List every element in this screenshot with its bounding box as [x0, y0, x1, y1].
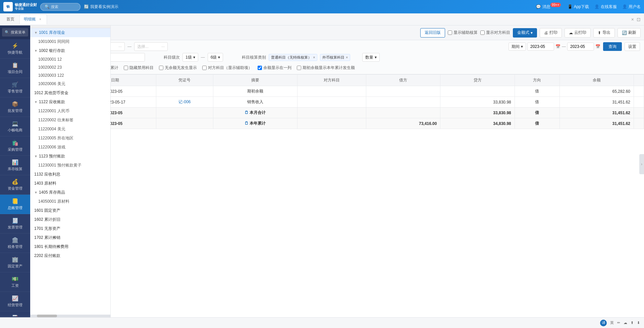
account-tree-item-1001[interactable]: ▼ 1001 库存现金 — [30, 28, 110, 37]
filter-setting-btn[interactable]: 设置 — [625, 42, 640, 51]
edit-icon[interactable]: ✏ — [617, 321, 620, 325]
upload-icon[interactable]: ⬆ — [631, 321, 634, 325]
period-from-input[interactable] — [527, 43, 554, 51]
print-btn[interactable]: 🖨 打印 — [540, 28, 562, 38]
account-tree-item-1801[interactable]: 1801 长期待摊费用 — [30, 242, 110, 251]
ledger-table: ⚙ 日期 凭证号 摘要 对方科目 借方 贷方 方向 余额 — [60, 74, 644, 129]
sidebar-item-retail[interactable]: 🛒 零售管理 — [0, 78, 30, 97]
opening-checkbox[interactable]: 期初余额显示本年累计发生额 — [297, 65, 355, 71]
filter-row-subject: 科目 选择... ··· — 选择... ··· — [64, 42, 640, 51]
period-to-input[interactable] — [567, 43, 594, 51]
sidebar-item-payroll[interactable]: 💵 工资 — [0, 272, 30, 292]
right-edge-toggle[interactable]: › — [639, 154, 644, 174]
quantity-select[interactable]: 数量 ▾ — [362, 53, 380, 62]
user-icon: 👤 — [622, 4, 627, 9]
sidebar-item-assets[interactable]: 🏢 固定资产 — [0, 253, 30, 272]
tab-close-btn[interactable]: × — [38, 17, 43, 22]
tab-detail[interactable]: 明细账 × — [19, 14, 47, 24]
sidebar-item-finance[interactable]: 💰 资金管理 — [0, 175, 30, 195]
calendar-to-icon[interactable]: 📅 — [595, 44, 600, 49]
window-minimize-btn[interactable]: × — [631, 17, 634, 22]
content-wrapper: ⚙ 按以下方案查询 ‹ 🔄 系统方案 科目 — [30, 40, 644, 328]
account-tree-item-11230001[interactable]: 11230001 预付账款黄子 — [30, 161, 110, 170]
account-tree-item-1702[interactable]: 1702 累计摊销 — [30, 233, 110, 242]
search-box[interactable]: 🔍 搜索 — [40, 3, 80, 11]
sidebar-item-report[interactable]: 📑 小畅报销 — [0, 311, 30, 316]
sidebar-item-ledger[interactable]: 📒 总账管理 — [0, 195, 30, 214]
translate-icon[interactable]: 译 — [600, 320, 607, 326]
level-from-select[interactable]: 1级 ▾ — [182, 53, 198, 62]
amount-format-btn[interactable]: 金额式 ▾ — [513, 28, 537, 38]
account-tree-item-11220002[interactable]: 11220002 往来标签 — [30, 116, 110, 125]
no-balance-checkbox[interactable]: 无余额无发生显示 — [159, 65, 197, 71]
account-tree-item-11220006[interactable]: 11220006 游戏 — [30, 143, 110, 152]
account-tree-item-1002[interactable]: ▼ 1002 银行存款 — [30, 46, 110, 55]
window-maximize-btn[interactable]: ⊡ — [637, 17, 641, 22]
summary-icon: 🗒 — [245, 121, 249, 126]
account-tree-item-14050001[interactable]: 14050001 原材料 — [30, 197, 110, 206]
cloud-print-btn[interactable]: ☁ 云打印 — [565, 28, 591, 38]
sidebar-item-ecommerce[interactable]: 💻 小畅电商 — [0, 117, 30, 136]
account-tree-item-1601[interactable]: 1601 固定资产 — [30, 206, 110, 215]
app-download-action[interactable]: 📱 App下载 — [568, 4, 589, 10]
account-tree-item-1012[interactable]: 1012 其他货币资金 — [30, 88, 110, 97]
export-btn[interactable]: ⬆ 导出 — [593, 28, 615, 38]
account-tree-item-11220004[interactable]: 11220004 美元 — [30, 125, 110, 134]
account-tree-item-1132[interactable]: 1132 应收利息 — [30, 170, 110, 179]
sidebar-item-operations[interactable]: 📈 经营管理 — [0, 292, 30, 311]
sidebar-item-purchase[interactable]: 🛍️ 采购管理 — [0, 136, 30, 156]
calendar-from-icon[interactable]: 📅 — [555, 44, 560, 49]
sidebar-item-wholesale[interactable]: 📦 批发管理 — [0, 97, 30, 117]
search-btn[interactable]: 查询 — [603, 42, 622, 51]
sidebar-item-tax[interactable]: 🏛️ 税务管理 — [0, 234, 30, 253]
account-tree-item-11220005[interactable]: 11220005 所在地区 — [30, 134, 110, 143]
online-service-action[interactable]: 👤 在线客服 — [594, 4, 617, 10]
demo-link[interactable]: 🔄 我要看实例演示 — [84, 4, 118, 10]
messages-action[interactable]: 💬 消息 99+ — [536, 4, 562, 10]
row-voucher[interactable]: 记-006 — [156, 97, 213, 108]
col-direction: 方向 — [515, 75, 559, 86]
lang-label[interactable]: 英 — [610, 320, 614, 325]
account-tree-item-10010001[interactable]: 10010001 同同同 — [30, 37, 110, 46]
account-tree-item-1701[interactable]: 1701 无形资产 — [30, 224, 110, 233]
chevron-down-icon: ▾ — [531, 30, 533, 35]
account-tree-item-1123[interactable]: ▼ 1123 预付账款 — [30, 152, 110, 161]
top-bar-center: 🔍 搜索 🔄 我要看实例演示 — [37, 3, 536, 11]
sidebar-item-invoice[interactable]: 🧾 发票管理 — [0, 214, 30, 234]
download-icon[interactable]: ⬇ — [637, 321, 640, 325]
account-tree-item-1405[interactable]: ▼ 1405 库存商品 — [30, 188, 110, 197]
row-contra — [297, 118, 366, 129]
period-dropdown[interactable]: 期间 ▾ — [508, 43, 526, 51]
account-tree-item-1122[interactable]: ▼ 1122 应收账款 — [30, 97, 110, 107]
cloud-icon[interactable]: ☁ — [624, 321, 627, 325]
return-old-btn[interactable]: 返回旧版 — [420, 28, 445, 38]
tab-home[interactable]: 首页 — [2, 14, 19, 24]
balance-one-checkbox[interactable]: 余额显示在一列 — [258, 65, 291, 71]
sidebar-item-inventory[interactable]: 📊 库存核算 — [0, 156, 30, 175]
sidebar-item-quick-nav[interactable]: ⚡ 快捷导航 — [0, 39, 30, 59]
user-action[interactable]: 👤 用户名 — [622, 4, 641, 10]
show-contra-checkbox[interactable]: 显示对方科目 — [480, 30, 510, 36]
show-auxiliary-checkbox[interactable]: 显示辅助核算 — [448, 30, 478, 36]
account-tree-item-1403[interactable]: 1403 原材料 — [30, 179, 110, 188]
contra-checkbox[interactable]: 对方科目（显示辅助项） — [202, 65, 252, 71]
subject-to-input[interactable]: 选择... ··· — [134, 42, 168, 51]
quick-nav-icon: ⚡ — [12, 43, 18, 49]
level-to-select[interactable]: 6级 ▾ — [208, 53, 223, 62]
account-tree-item-10020002[interactable]: 10020002 23 — [30, 63, 110, 71]
hide-used-checkbox[interactable]: 隐藏禁用科目 — [124, 65, 154, 71]
tree-collapse-icon: ▼ — [34, 100, 38, 104]
sidebar-item-project[interactable]: 📋 项目合同 — [0, 59, 30, 78]
sidebar-search-btn[interactable]: 🔍 搜索菜单 — [2, 28, 28, 37]
refresh-btn[interactable]: 🔄 刷新 — [618, 28, 641, 38]
chip-2-close[interactable]: × — [346, 56, 348, 59]
account-tree-item-2202[interactable]: 2202 应付账款 — [30, 251, 110, 260]
table-row: 1 2023-05 期初余额 借 65,282.60 — [61, 86, 644, 97]
account-tree-item-10020003[interactable]: 10020003 122 — [30, 71, 110, 79]
purchase-icon: 🛍️ — [12, 140, 18, 146]
account-tree-item-1602[interactable]: 1602 累计折旧 — [30, 215, 110, 224]
account-tree-item-11220001[interactable]: 11220001 人民币 — [30, 107, 110, 116]
chip-1-close[interactable]: × — [313, 56, 315, 59]
account-tree-item-10020001[interactable]: 10020001 12 — [30, 55, 110, 63]
account-tree-item-10020006[interactable]: 10020006 美元 — [30, 79, 110, 88]
